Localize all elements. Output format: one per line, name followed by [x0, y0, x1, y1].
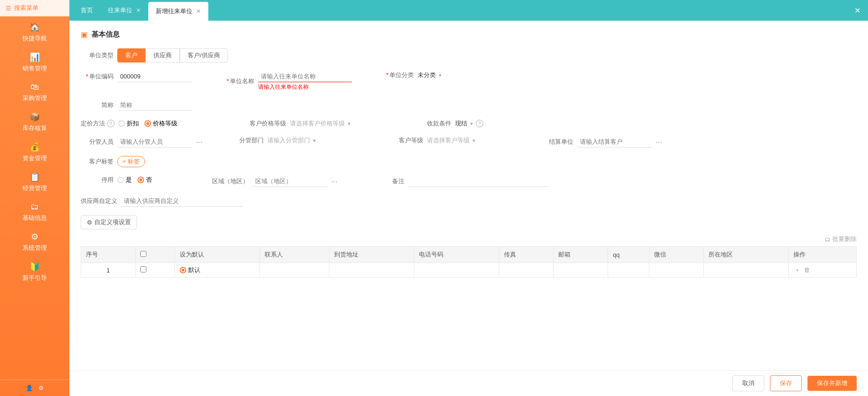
region-input[interactable] — [252, 176, 327, 187]
department-placeholder: 请输入分管部门 — [267, 136, 310, 145]
batch-delete-label[interactable]: 批量删除 — [832, 235, 857, 243]
manager-more-icon[interactable]: ··· — [196, 139, 203, 146]
content-area: ▣ 基本信息 单位类型 客户 供应商 客户/供应商 *单位编码 — [69, 21, 868, 370]
clipboard-icon: 📋 — [30, 172, 40, 182]
sidebar-item-label: 经营管理 — [23, 184, 47, 193]
settlement-label: 结算单位 — [541, 138, 573, 146]
customer-level-select[interactable]: 请选择客户等级 ▼ — [427, 136, 502, 145]
customer-tag-group: 客户标签 + 标签 — [81, 156, 857, 167]
pricing-row: 定价方法 ? 折扣 价格等级 客户价格等级 请选择客户价 — [81, 119, 857, 128]
department-select[interactable]: 请输入分管部门 ▼ — [267, 136, 343, 145]
unit-code-label: *单位编码 — [81, 72, 114, 81]
table-header-row: 序号 设为默认 联系人 到货地址 电话号码 传真 邮箱 qq 微信 所在地区 操… — [81, 247, 857, 263]
row-checkbox[interactable] — [140, 266, 146, 272]
col-contact: 联系人 — [260, 247, 329, 263]
tab-new-partner[interactable]: 新增往来单位 ✕ — [148, 2, 208, 21]
remark-input[interactable] — [408, 176, 549, 187]
badge-icon: 🔰 — [30, 262, 40, 272]
manager-group: 分管人员 ··· — [81, 136, 231, 148]
row-add-icon[interactable]: ＋ — [794, 266, 800, 273]
select-all-checkbox[interactable] — [140, 251, 146, 257]
remark-group: 备注 — [372, 176, 857, 187]
custom-setting-button[interactable]: ⚙ 自定义项设置 — [81, 215, 137, 229]
code-name-category-row: *单位编码 *单位名称 请输入往来单位名称 *单位分类 — [81, 71, 857, 91]
window-close-button[interactable]: ✕ — [851, 4, 864, 17]
department-arrow: ▼ — [312, 138, 317, 143]
settlement-more-icon[interactable]: ··· — [656, 139, 662, 146]
add-tag-button[interactable]: + 标签 — [117, 156, 145, 167]
unit-type-customer[interactable]: 客户 — [117, 48, 145, 62]
row-checkbox-cell — [136, 263, 175, 278]
row-delete-icon[interactable]: 🗑 — [804, 266, 810, 273]
supplier-custom-input[interactable] — [121, 195, 243, 207]
sidebar-item-operations[interactable]: 📋 经营管理 — [0, 166, 69, 196]
payment-terms-group: 收款条件 现结 ▼ ? — [419, 119, 559, 128]
region-group: 区域（地区） ··· — [212, 176, 372, 187]
sidebar-item-sales[interactable]: 📊 销售管理 — [0, 47, 69, 77]
tab-partners[interactable]: 往来单位 ✕ — [100, 0, 148, 21]
tab-home[interactable]: 首页 — [73, 0, 100, 21]
short-name-group: 简称 — [81, 100, 221, 111]
row-default-cell: 默认 — [175, 263, 260, 278]
disabled-group: 停用 是 否 — [81, 176, 212, 184]
row-fax — [499, 263, 553, 278]
customer-level-arrow: ▼ — [472, 138, 476, 143]
save-button[interactable]: 保存 — [770, 375, 802, 391]
sidebar-item-label: 采购管理 — [23, 94, 47, 102]
sidebar-item-inventory[interactable]: 📦 库存核算 — [0, 106, 69, 136]
chart-icon: 📊 — [30, 52, 40, 62]
short-name-input[interactable] — [117, 100, 192, 111]
customer-price-arrow: ▼ — [347, 121, 351, 126]
tab-partners-close[interactable]: ✕ — [136, 7, 141, 14]
sidebar-settings-icon[interactable]: ⚙ — [38, 385, 44, 391]
radio-disabled-yes[interactable]: 是 — [117, 176, 132, 184]
sidebar-item-label: 快捷导航 — [23, 34, 47, 43]
sidebar-item-purchase[interactable]: 🛍 采购管理 — [0, 77, 69, 106]
pricing-help-icon[interactable]: ? — [107, 120, 114, 127]
tab-new-partner-close[interactable]: ✕ — [196, 8, 201, 15]
sidebar-item-system[interactable]: ⚙ 系统管理 — [0, 226, 69, 256]
sidebar-item-basics[interactable]: 🗂 基础信息 — [0, 196, 69, 226]
manager-input[interactable] — [117, 136, 192, 148]
payment-terms-label: 收款条件 — [419, 119, 451, 128]
search-menu-button[interactable]: ☰ 搜索菜单 — [0, 0, 69, 16]
unit-type-group-container: 单位类型 客户 供应商 客户/供应商 — [81, 48, 857, 62]
sidebar-item-label: 销售管理 — [23, 64, 47, 73]
radio-price-level[interactable]: 价格等级 — [145, 119, 177, 128]
sidebar-item-label: 基础信息 — [23, 214, 47, 222]
radio-disabled-no[interactable]: 否 — [137, 176, 152, 184]
sidebar-item-guide[interactable]: 🔰 新手引导 — [0, 256, 69, 286]
unit-category-select[interactable]: 未分类 ▼ — [418, 71, 493, 79]
region-more-icon[interactable]: ··· — [331, 178, 338, 185]
unit-name-input[interactable] — [258, 71, 352, 82]
section-title: 基本信息 — [91, 30, 120, 39]
save-new-button[interactable]: 保存并新增 — [807, 376, 857, 391]
customer-price-group: 客户价格等级 请选择客户价格等级 ▼ — [250, 119, 419, 128]
row-default-label: 默认 — [188, 266, 200, 274]
pricing-method-group: 定价方法 ? 折扣 价格等级 — [81, 119, 250, 128]
row-contact — [260, 263, 329, 278]
sidebar-bottom: 👤 ⚙ — [0, 380, 69, 396]
unit-code-input[interactable] — [117, 71, 192, 82]
cancel-button[interactable]: 取消 — [732, 375, 764, 391]
unit-type-supplier[interactable]: 供应商 — [145, 48, 180, 62]
sidebar-item-quick-nav[interactable]: 🏠 快捷导航 — [0, 16, 69, 47]
unit-category-label: *单位分类 — [381, 71, 414, 79]
customer-price-select[interactable]: 请选择客户价格等级 ▼ — [290, 119, 365, 128]
unit-name-label: *单位名称 — [221, 77, 254, 85]
radio-discount[interactable]: 折扣 — [118, 119, 139, 128]
sidebar-user-icon[interactable]: 👤 — [26, 385, 33, 391]
radio-no-label: 否 — [146, 176, 152, 184]
box-icon: 📦 — [30, 112, 40, 122]
customer-level-placeholder: 请选择客户等级 — [427, 136, 470, 145]
radio-price-level-label: 价格等级 — [153, 119, 177, 128]
payment-terms-value: 现结 — [455, 119, 467, 128]
unit-type-both[interactable]: 客户/供应商 — [180, 48, 228, 62]
remark-label: 备注 — [372, 177, 404, 186]
sidebar-item-finance[interactable]: 💰 资金管理 — [0, 136, 69, 166]
settlement-input[interactable] — [577, 136, 652, 148]
payment-terms-select[interactable]: 现结 ▼ ? — [455, 119, 530, 128]
row-default-radio[interactable]: 默认 — [180, 266, 255, 274]
unit-category-group: *单位分类 未分类 ▼ — [381, 71, 522, 79]
payment-terms-help[interactable]: ? — [476, 120, 483, 127]
